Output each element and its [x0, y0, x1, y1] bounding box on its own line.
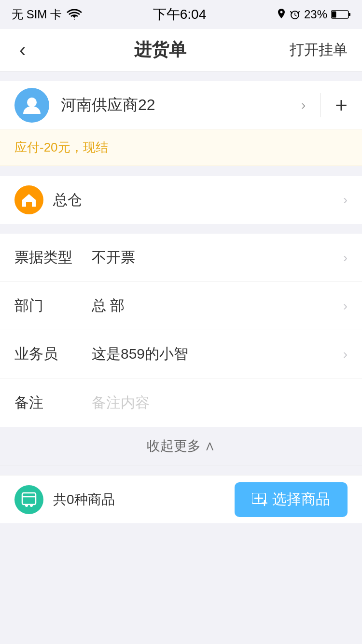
notice-bar: 应付-20元，现结	[0, 129, 362, 166]
product-count-text: 共0种商品	[53, 490, 235, 509]
svg-rect-2	[348, 13, 350, 16]
notice-text: 应付-20元，现结	[14, 140, 108, 154]
salesperson-label: 业务员	[14, 344, 82, 364]
remark-value: 备注内容	[82, 393, 348, 413]
supplier-section: 河南供应商22 › + 应付-20元，现结	[0, 81, 362, 166]
section-gap-1	[0, 71, 362, 81]
open-pending-button[interactable]: 打开挂单	[290, 40, 348, 60]
status-indicators: 23%	[277, 8, 350, 21]
collapse-button[interactable]: 收起更多 ∧	[0, 427, 362, 465]
bottom-bar: 共0种商品 选择商品	[0, 475, 362, 523]
page-title: 进货单	[134, 38, 186, 62]
form-section: 票据类型 不开票 › 部门 总 部 › 业务员 这是859的小智 › 备注 备注…	[0, 234, 362, 427]
svg-point-4	[27, 98, 37, 107]
svg-rect-3	[332, 12, 336, 18]
select-product-button[interactable]: 选择商品	[235, 482, 348, 517]
collapse-label: 收起更多 ∧	[147, 437, 216, 455]
content-background	[0, 523, 362, 644]
salesperson-value: 这是859的小智	[82, 344, 343, 364]
department-chevron-icon: ›	[343, 298, 348, 314]
warehouse-icon	[14, 185, 43, 214]
department-row[interactable]: 部门 总 部 ›	[0, 282, 362, 330]
wifi-icon	[67, 9, 82, 20]
carrier-text: 无 SIM 卡	[12, 7, 62, 22]
invoice-type-row[interactable]: 票据类型 不开票 ›	[0, 234, 362, 282]
supplier-name: 河南供应商22	[61, 95, 301, 116]
back-button[interactable]: ‹	[14, 34, 30, 66]
invoice-type-value: 不开票	[82, 248, 343, 267]
svg-rect-5	[26, 202, 32, 207]
warehouse-section: 总仓 ›	[0, 176, 362, 224]
section-gap-2	[0, 166, 362, 176]
remark-row[interactable]: 备注 备注内容	[0, 378, 362, 427]
supplier-chevron-icon: ›	[301, 98, 306, 113]
alarm-icon	[290, 9, 300, 20]
section-gap-4	[0, 465, 362, 475]
battery-icon	[331, 10, 350, 19]
invoice-type-chevron-icon: ›	[343, 250, 348, 266]
supplier-row[interactable]: 河南供应商22 › +	[0, 81, 362, 129]
status-time: 下午6:04	[153, 5, 207, 24]
svg-point-7	[25, 504, 28, 507]
department-label: 部门	[14, 296, 82, 316]
status-bar: 无 SIM 卡 下午6:04 23%	[0, 0, 362, 29]
department-value: 总 部	[82, 296, 343, 316]
location-icon	[277, 9, 286, 20]
cart-icon	[20, 491, 38, 508]
salesperson-row[interactable]: 业务员 这是859的小智 ›	[0, 330, 362, 378]
remark-label: 备注	[14, 393, 82, 413]
section-gap-3	[0, 224, 362, 234]
battery-text: 23%	[304, 8, 327, 21]
svg-point-8	[30, 504, 33, 507]
supplier-avatar	[14, 88, 49, 123]
user-icon	[21, 95, 42, 116]
salesperson-chevron-icon: ›	[343, 347, 348, 362]
home-icon	[20, 191, 38, 209]
nav-bar: ‹ 进货单 打开挂单	[0, 29, 362, 71]
invoice-type-label: 票据类型	[14, 248, 82, 267]
supplier-divider	[320, 93, 320, 117]
select-product-label: 选择商品	[272, 490, 330, 509]
product-icon	[14, 485, 43, 514]
warehouse-chevron-icon: ›	[343, 192, 348, 208]
select-product-icon	[252, 493, 267, 506]
warehouse-row[interactable]: 总仓 ›	[0, 176, 362, 224]
svg-rect-6	[22, 493, 36, 504]
add-supplier-button[interactable]: +	[335, 95, 348, 116]
warehouse-name: 总仓	[53, 190, 343, 210]
status-carrier: 无 SIM 卡	[12, 7, 82, 22]
